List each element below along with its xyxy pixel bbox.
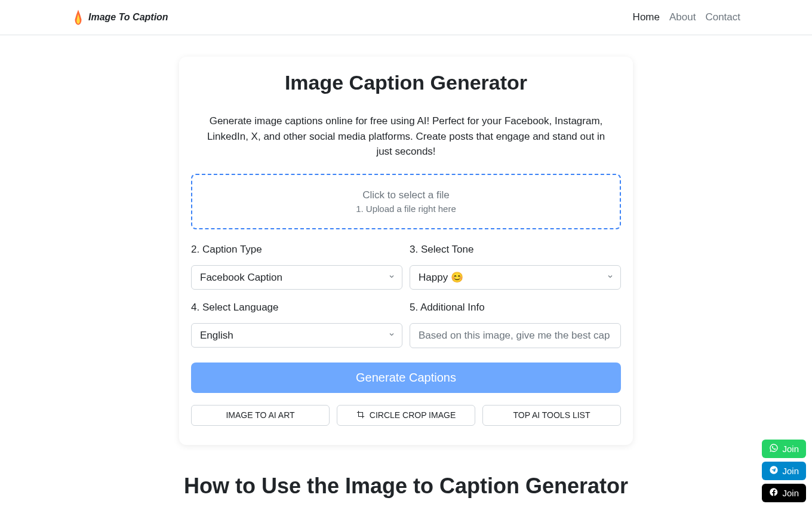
- page-description: Generate image captions online for free …: [191, 113, 621, 159]
- float-btn-label: Join: [782, 488, 799, 498]
- nav-contact[interactable]: Contact: [705, 11, 740, 23]
- crop-icon: [356, 410, 365, 420]
- logo-icon: [72, 8, 85, 27]
- howto-title: How to Use the Image to Caption Generato…: [149, 474, 663, 499]
- info-label: 5. Additional Info: [410, 302, 621, 314]
- float-btn-label: Join: [782, 466, 799, 476]
- generate-captions-button[interactable]: Generate Captions: [191, 363, 621, 393]
- info-group: 5. Additional Info: [410, 302, 621, 348]
- nav-home[interactable]: Home: [633, 11, 660, 23]
- navbar: Image To Caption Home About Contact: [0, 0, 812, 35]
- caption-type-group: 2. Caption Type Facebook Caption: [191, 244, 402, 290]
- join-whatsapp-button[interactable]: Join: [762, 440, 806, 458]
- page-title: Image Caption Generator: [191, 71, 621, 94]
- caption-type-label: 2. Caption Type: [191, 244, 402, 256]
- link-btn-label: TOP AI TOOLS LIST: [513, 410, 590, 420]
- language-select[interactable]: English: [191, 323, 402, 348]
- float-btn-label: Join: [782, 444, 799, 454]
- dropzone-title: Click to select a file: [202, 189, 610, 201]
- tone-select[interactable]: Happy 😊: [410, 265, 621, 290]
- telegram-icon: [769, 465, 779, 477]
- tone-group: 3. Select Tone Happy 😊: [410, 244, 621, 290]
- image-to-ai-art-button[interactable]: IMAGE TO AI ART: [191, 405, 330, 426]
- logo-text: Image To Caption: [88, 12, 168, 23]
- link-btn-label: IMAGE TO AI ART: [226, 410, 294, 420]
- floating-social-buttons: Join Join Join: [762, 440, 806, 502]
- file-dropzone[interactable]: Click to select a file 1. Upload a file …: [191, 174, 621, 229]
- caption-type-select[interactable]: Facebook Caption: [191, 265, 402, 290]
- nav-about[interactable]: About: [669, 11, 696, 23]
- howto-section: How to Use the Image to Caption Generato…: [78, 474, 734, 514]
- nav-links: Home About Contact: [633, 11, 740, 23]
- dropzone-subtitle: 1. Upload a file right here: [202, 204, 610, 214]
- logo[interactable]: Image To Caption: [72, 8, 168, 27]
- generator-card: Image Caption Generator Generate image c…: [179, 57, 633, 445]
- top-ai-tools-button[interactable]: TOP AI TOOLS LIST: [482, 405, 621, 426]
- additional-info-input[interactable]: [410, 323, 621, 348]
- language-label: 4. Select Language: [191, 302, 402, 314]
- link-btn-label: CIRCLE CROP IMAGE: [370, 410, 456, 420]
- join-facebook-button[interactable]: Join: [762, 484, 806, 502]
- whatsapp-icon: [769, 443, 779, 454]
- join-telegram-button[interactable]: Join: [762, 462, 806, 480]
- language-group: 4. Select Language English: [191, 302, 402, 348]
- facebook-icon: [769, 487, 779, 499]
- tone-label: 3. Select Tone: [410, 244, 621, 256]
- circle-crop-button[interactable]: CIRCLE CROP IMAGE: [337, 405, 475, 426]
